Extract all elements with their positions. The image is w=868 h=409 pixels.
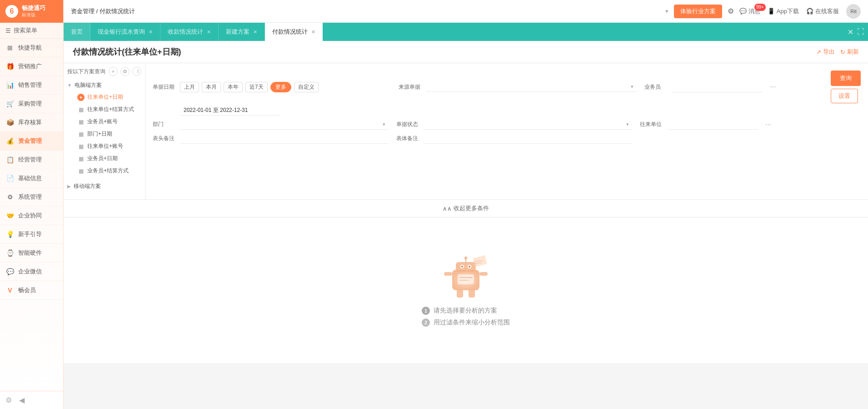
wechat-icon: 💬 [5, 267, 15, 276]
tab-payment-stats[interactable]: 付款情况统计 ✕ [265, 23, 323, 41]
refresh-button[interactable]: ↻ 刷新 [840, 48, 859, 56]
tab-home[interactable]: 首页 [64, 23, 90, 41]
enterprise-icon: 🤝 [5, 211, 15, 220]
sidebar-item-guide[interactable]: 💡 新手引导 [0, 225, 63, 244]
sidebar-item-purchase[interactable]: 🛒 采购管理 [0, 95, 63, 113]
grid-icon-4: ▦ [77, 155, 85, 162]
sidebar-item-wechat[interactable]: 💬 企业微信 [0, 263, 63, 281]
export-icon: ↗ [816, 49, 821, 56]
collapse-conditions-button[interactable]: ∧∧ 收起更多条件 [443, 204, 489, 212]
date-this-year[interactable]: 本年 [224, 82, 243, 92]
tab-bar-end: ✕ ⛶ [848, 23, 868, 41]
source-select[interactable]: ▾ [426, 82, 637, 92]
close-receipt-stats-tab[interactable]: ✕ [207, 29, 211, 35]
scheme-item-unit-settlement[interactable]: ▦ 往来单位+结算方式 [75, 103, 141, 116]
quick-nav-icon: ⊞ [5, 43, 15, 52]
scheme-item-employee-settlement[interactable]: ▦ 业务员+结算方式 [75, 165, 141, 177]
desktop-group-header[interactable]: ▼ 电脑端方案 [67, 80, 141, 91]
basic-info-icon: 📄 [5, 174, 15, 183]
settings-button[interactable]: 设置 [831, 89, 858, 103]
notification-count: 99+ [754, 4, 766, 11]
unit-more-icon[interactable]: ··· [762, 121, 775, 129]
tab-new-scheme[interactable]: 新建方案 ✕ [219, 23, 265, 41]
close-payment-stats-tab[interactable]: ✕ [311, 29, 315, 35]
sidebar-item-marketing[interactable]: 🎁 营销推广 [0, 57, 63, 76]
date-this-month[interactable]: 本月 [202, 82, 221, 92]
collapse-scheme-icon[interactable]: 《 [132, 67, 141, 76]
notification-area[interactable]: 💬 消息 99+ [739, 7, 760, 15]
app-download-area[interactable]: 📱 App下载 [768, 7, 799, 15]
export-button[interactable]: ↗ 导出 [816, 48, 835, 56]
sidebar-item-system[interactable]: ⚙ 系统管理 [0, 188, 63, 207]
collapse-sidebar-icon[interactable]: ◀ [19, 396, 25, 404]
sidebar-item-sales[interactable]: 📊 销售管理 [0, 76, 63, 95]
app-logo: 6 畅捷通巧 标准版 [0, 0, 63, 23]
sidebar-item-hardware[interactable]: ⌚ 智能硬件 [0, 244, 63, 263]
sidebar-item-quick-nav[interactable]: ⊞ 快捷导航 [0, 39, 63, 57]
tab-bank-flow[interactable]: 现金银行流水查询 ✕ [90, 23, 160, 41]
unit-input[interactable] [667, 119, 758, 130]
sidebar-item-enterprise[interactable]: 🤝 企业协同 [0, 207, 63, 225]
add-scheme-icon[interactable]: + [109, 67, 118, 76]
content-area: 付款情况统计(往来单位+日期) ↗ 导出 ↻ 刷新 按以下方案查询 + [64, 41, 868, 409]
content-body: 1 请先选择要分析的方案 2 用过滤条件来缩小分析范围 [64, 217, 868, 363]
scheme-item-employee-date[interactable]: ▦ 业务员+日期 [75, 152, 141, 165]
employee-more-icon[interactable]: ··· [766, 83, 779, 91]
search-menu[interactable]: ☰ 搜索菜单 [0, 23, 63, 39]
close-new-scheme-tab[interactable]: ✕ [253, 29, 257, 35]
svg-rect-10 [457, 289, 463, 298]
header-note-input[interactable] [180, 133, 389, 144]
filter-row-3: 表头备注 表体备注 [153, 133, 861, 144]
header-gear-icon[interactable]: ⚙ [728, 7, 734, 15]
settings-icon[interactable]: ⚙ [5, 396, 12, 404]
desktop-scheme-items: ● 往来单位+日期 ▦ 往来单位+结算方式 ▦ 业务员+账号 ▦ [67, 91, 141, 177]
sidebar-item-basic-info[interactable]: 📄 基础信息 [0, 169, 63, 188]
scheme-item-employee-account[interactable]: ▦ 业务员+账号 [75, 116, 141, 128]
filter-source-field: 来源单据 ▾ [399, 82, 637, 92]
filter-unit-field: 往来单位 ··· [640, 119, 817, 130]
date-more-btn[interactable]: 更多 [270, 82, 291, 92]
date-custom-btn[interactable]: 自定义 [294, 82, 319, 92]
body-note-input[interactable] [424, 133, 633, 144]
sidebar-footer: ⚙ ◀ [0, 391, 63, 409]
industry-scheme-button[interactable]: 体验行业方案 [674, 5, 722, 18]
top-header: 资金管理 / 付款情况统计 ▾ 体验行业方案 ⚙ 💬 消息 99+ 📱 App下… [64, 0, 868, 23]
mobile-group-header[interactable]: ▶ 移动端方案 [67, 181, 141, 192]
filter-doc-status-field: 单据状态 ▾ [396, 120, 633, 130]
date-last-7-days[interactable]: 近7天 [245, 82, 268, 92]
sidebar-item-member[interactable]: V 畅会员 [0, 281, 63, 300]
scheme-item-unit-date[interactable]: ● 往来单位+日期 [75, 91, 141, 103]
query-button[interactable]: 查询 [831, 71, 861, 86]
sidebar-item-operations[interactable]: 📋 经营管理 [0, 151, 63, 169]
tab-receipt-stats[interactable]: 收款情况统计 ✕ [160, 23, 219, 41]
employee-input[interactable] [672, 82, 763, 92]
doc-status-select[interactable]: ▾ [424, 120, 633, 130]
close-bank-flow-tab[interactable]: ✕ [149, 29, 153, 35]
expand-tabs-icon[interactable]: ⛶ [857, 28, 864, 36]
online-service-area[interactable]: 🎧 在线客服 [806, 7, 839, 15]
user-avatar[interactable]: Rit [846, 4, 861, 19]
dept-select[interactable]: ▾ [180, 120, 389, 130]
mobile-group-arrow: ▶ [67, 184, 71, 189]
page-title: 付款情况统计(往来单位+日期) [73, 46, 181, 57]
filter-section: 按以下方案查询 + ⚙ 《 ▼ 电脑端方案 ● 往来 [64, 63, 868, 200]
date-last-month[interactable]: 上月 [180, 82, 199, 92]
date-range-row [153, 103, 861, 119]
header-actions: 💬 消息 99+ 📱 App下载 🎧 在线客服 Rit [739, 4, 861, 19]
logo-icon: 6 [5, 5, 18, 18]
filter-row-1: 单据日期 上月 本月 本年 近7天 更多 自定义 来源单据 [153, 71, 861, 103]
filter-action-buttons: 查询 设置 [831, 71, 861, 103]
scheme-item-unit-account[interactable]: ▦ 往来单位+账号 [75, 140, 141, 152]
sidebar-item-inventory[interactable]: 📦 库存核算 [0, 113, 63, 132]
scheme-header: 按以下方案查询 + ⚙ 《 [67, 67, 141, 76]
date-range-input[interactable] [180, 105, 280, 116]
doc-status-label: 单据状态 [396, 121, 420, 128]
collapse-icon: ∧∧ [443, 205, 452, 212]
header-dropdown-icon[interactable]: ▾ [665, 8, 668, 15]
scheme-settings-icon[interactable]: ⚙ [120, 67, 130, 76]
sidebar-item-finance[interactable]: 💰 资金管理 [0, 132, 63, 151]
scheme-item-dept-date[interactable]: ▦ 部门+日期 [75, 128, 141, 140]
filter-dept-field: 部门 ▾ [153, 120, 389, 130]
dept-select-arrow: ▾ [383, 121, 385, 127]
close-all-tabs-icon[interactable]: ✕ [848, 28, 853, 36]
